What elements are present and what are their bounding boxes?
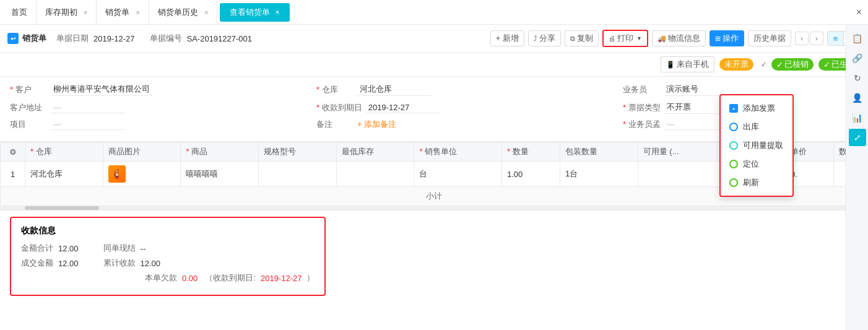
- warehouse-value[interactable]: 河北仓库: [357, 83, 432, 96]
- row-pkg-qty: 1台: [560, 162, 638, 187]
- print-button[interactable]: 🖨 打印 ▼: [602, 30, 648, 47]
- row-no: 1: [1, 162, 25, 187]
- dropdown-menu: ▪ 添加发票 出库 可用量提取 定位 刷新: [719, 94, 794, 197]
- doc-header: ↩ 销货单 单据日期 2019-12-27 单据编号 SA-20191227-0…: [0, 25, 868, 53]
- row-warehouse: 河北仓库: [25, 162, 103, 187]
- balance-value: 0.00: [182, 274, 197, 283]
- close-tab-sales-history[interactable]: ×: [204, 9, 208, 16]
- sidebar-link-icon[interactable]: 🔗: [849, 50, 866, 67]
- payment-date-value[interactable]: 2019-12-27: [366, 102, 440, 113]
- address-field: 客户地址 ---: [10, 102, 304, 113]
- col-product: 商品: [181, 142, 259, 162]
- not-open-badge: 未开票: [719, 58, 753, 71]
- right-sidebar: 📋 🔗 ↻ 👤 📊 ⤢: [846, 25, 868, 330]
- close-tab-query[interactable]: ×: [275, 7, 280, 17]
- toolbar-right: + 新增 ⤴ 分享 ⧉ 复制 🖨 打印 ▼ 🚚 物流信息 ⊞ 操作: [490, 30, 861, 47]
- receipt-info: 收款信息 金额合计 12.00 同单现结 -- 成交金额 12.00 累计收款: [10, 217, 326, 296]
- col-unit: 销售单位: [414, 142, 501, 162]
- date-label: 单据日期: [56, 33, 89, 44]
- close-all-button[interactable]: ×: [856, 7, 862, 18]
- address-label: 客户地址: [10, 102, 47, 113]
- no-label: 单据编号: [150, 33, 182, 44]
- customer-value[interactable]: 柳州粤港平安气体有限公司: [51, 83, 152, 96]
- history-button[interactable]: 历史单据: [748, 30, 791, 46]
- row-min-stock: [336, 162, 414, 187]
- project-field: 项目 ---: [10, 119, 304, 130]
- warehouse-out-icon: [729, 123, 738, 131]
- address-value[interactable]: ---: [51, 102, 125, 113]
- note-field: 备注 + 添加备注: [316, 119, 610, 130]
- sidebar-copy-icon[interactable]: 📋: [849, 30, 866, 47]
- total-amount-label: 金额合计: [21, 243, 53, 254]
- close-tab-inventory-init[interactable]: ×: [84, 9, 87, 16]
- col-spec: 规格型号: [259, 142, 337, 162]
- col-settings[interactable]: ⚙: [1, 142, 25, 162]
- project-value[interactable]: ---: [51, 119, 125, 130]
- doc-meta: 单据日期 2019-12-27 单据编号 SA-20191227-001: [56, 33, 480, 44]
- receipt-row-2: 成交金额 12.00 累计收款 12.00: [21, 258, 315, 269]
- tab-inventory-init[interactable]: 库存期初 ×: [37, 0, 97, 25]
- receipt-row-1: 金额合计 12.00 同单现结 --: [21, 243, 315, 254]
- note-label: 备注: [316, 119, 354, 130]
- add-button[interactable]: + 新增: [490, 30, 524, 46]
- share-button[interactable]: ⤴ 分享: [528, 30, 561, 46]
- doc-title-text: 销货单: [22, 33, 46, 44]
- dropdown-add-invoice[interactable]: ▪ 添加发票: [721, 99, 792, 118]
- sidebar-chart-icon[interactable]: 📊: [849, 109, 866, 126]
- row-unit: 台: [414, 162, 501, 187]
- col-pkg-qty: 包装数量: [560, 142, 638, 162]
- balance-date: 2019-12-27: [261, 274, 302, 283]
- dropdown-warehouse-out[interactable]: 出库: [721, 118, 792, 136]
- sidebar-expand-icon[interactable]: ⤢: [849, 129, 866, 146]
- payment-date-field: 收款到期日 2019-12-27: [316, 102, 610, 113]
- from-phone-btn[interactable]: 📱 来自手机: [661, 56, 714, 72]
- operations-button[interactable]: ⊞ 操作: [710, 30, 744, 46]
- add-note-btn[interactable]: + 添加备注: [357, 119, 396, 130]
- payment-date-label: 收款到期日: [316, 102, 362, 113]
- customer-field: 客户 柳州粤港平安气体有限公司: [10, 83, 304, 96]
- dropdown-locate[interactable]: 定位: [721, 155, 792, 173]
- copy-button[interactable]: ⧉ 复制: [565, 30, 599, 46]
- row-qty: 1.00: [501, 162, 560, 187]
- balance-note: （收款到期日:: [205, 272, 256, 284]
- sidebar-refresh-icon[interactable]: ↻: [849, 69, 866, 87]
- transaction-label: 成交金额: [21, 258, 53, 269]
- query-sales-btn[interactable]: 查看销货单 ×: [220, 3, 290, 22]
- doc-title: ↩ 销货单: [7, 33, 46, 44]
- sales-staff-label: 业务员孟: [623, 119, 661, 130]
- receipt-row-3: 本单欠款 0.00 （收款到期日: 2019-12-27 ）: [21, 272, 315, 284]
- cumulative-field: 累计收款 12.00: [103, 258, 161, 269]
- row-product: 嘻嘻嘻嘻: [181, 162, 259, 187]
- prev-button[interactable]: ‹: [795, 32, 809, 45]
- close-tab-sales-order[interactable]: ×: [136, 9, 139, 16]
- dropdown-available-extract[interactable]: 可用量提取: [721, 136, 792, 155]
- next-button[interactable]: ›: [810, 32, 823, 45]
- balance-label: 本单欠款: [145, 272, 177, 284]
- col-qty: 数量: [501, 142, 560, 162]
- sidebar-user-icon[interactable]: 👤: [849, 89, 866, 106]
- scrollbar-thumb[interactable]: [25, 206, 99, 210]
- secondary-toolbar: 📱 来自手机 未开票 ✓ ✓ 已核销 ✓ 已生效: [0, 53, 868, 77]
- cumulative-value: 12.00: [141, 259, 161, 268]
- view-list-btn[interactable]: ≡: [828, 32, 844, 45]
- tab-home[interactable]: 首页: [5, 0, 37, 25]
- available-extract-icon: [729, 141, 738, 150]
- staff-label: 业务员: [623, 84, 660, 95]
- add-invoice-icon: ▪: [729, 104, 738, 113]
- tab-sales-order[interactable]: 销货单 ×: [97, 0, 149, 25]
- col-min-stock: 最低库存: [336, 142, 414, 162]
- row-image: 🧯: [103, 162, 181, 187]
- bottom-panel: 收款信息 金额合计 12.00 同单现结 -- 成交金额 12.00 累计收款: [0, 211, 868, 302]
- no-value: SA-20191227-001: [187, 34, 253, 43]
- tab-sales-history[interactable]: 销货单历史 ×: [149, 0, 217, 25]
- balance-field: 本单欠款 0.00 （收款到期日: 2019-12-27 ）: [145, 272, 315, 284]
- row-available: [638, 162, 722, 187]
- warehouse-label: 仓库: [316, 84, 354, 95]
- dropdown-refresh[interactable]: 刷新: [721, 173, 792, 192]
- table-scrollbar[interactable]: [0, 206, 868, 210]
- customer-label: 客户: [10, 84, 47, 95]
- tabs-bar: 首页 库存期初 × 销货单 × 销货单历史 × 查看销货单 × ×: [0, 0, 868, 25]
- logistics-button[interactable]: 🚚 物流信息: [652, 30, 706, 46]
- refresh-icon: [729, 178, 738, 187]
- product-image: 🧯: [108, 165, 126, 183]
